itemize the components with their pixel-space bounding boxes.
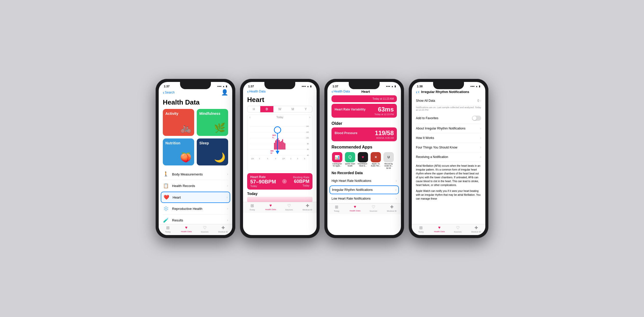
wifi-icon-4: ▲ (476, 85, 478, 88)
bp-date: 9/20/16, 9:35 AM (335, 137, 394, 139)
tab-sources-3[interactable]: ♡ Sources (364, 204, 383, 212)
tab-medical-id-3[interactable]: ✚ Medical ID (383, 204, 401, 212)
tile-nutrition[interactable]: Nutrition 🍑 (163, 138, 194, 165)
health-records-icon: 📋 (163, 183, 169, 189)
phone-4-screen: 1:38 ●●● ▲ ▮ ‹ Irregular Rhythm Notifica… (412, 82, 485, 235)
back-button-3[interactable]: Health Data (332, 89, 350, 94)
tile-activity[interactable]: Activity 🚲 (163, 109, 194, 136)
notch-2 (264, 82, 295, 89)
time-btn-h[interactable]: H (247, 106, 260, 112)
settings-list-2: Add to Favorites About Irregular Rhythm … (412, 113, 485, 162)
tile-mindfulness[interactable]: Mindfulness 🌿 (197, 109, 228, 136)
tiles-grid: Activity 🚲 Mindfulness 🌿 Nutrition 🍑 Sle… (159, 109, 232, 169)
notch-4 (433, 82, 464, 89)
tab-health-data-label-2: Health Data (265, 208, 276, 211)
settings-receiving[interactable]: Receiving a Notification › (416, 152, 481, 162)
phone-1: 1:37 ●●● ▲ ▮ Search 👤 Health Data Activi… (156, 79, 235, 238)
time-btn-d[interactable]: D (260, 106, 273, 112)
svg-rect-20 (274, 143, 275, 150)
menu-results[interactable]: 🧪 Results › (163, 215, 228, 224)
time-btn-m[interactable]: M (286, 106, 299, 112)
svg-text:3: 3 (290, 158, 291, 160)
tab-sources-2[interactable]: ♡ Sources (280, 203, 298, 211)
svg-text:9: 9 (304, 158, 305, 160)
svg-text:12A: 12A (251, 158, 254, 160)
low-hr-notification[interactable]: Low Heart Rate Notifications › (332, 194, 397, 203)
body-measurements-icon: 🚶 (163, 171, 169, 177)
tab-medical-id-4[interactable]: ✚ Medical ID (467, 225, 486, 233)
settings-about[interactable]: About Irregular Rhythm Notifications › (416, 124, 481, 133)
time-btn-y[interactable]: Y (299, 106, 312, 112)
tab-bar-4: ⊞ Today ♥ Health Data ♡ Sources ✚ Medica… (412, 224, 485, 235)
phone-4: 1:38 ●●● ▲ ▮ ‹ Irregular Rhythm Notifica… (409, 79, 488, 238)
tab-today-4[interactable]: ⊞ Today (412, 225, 430, 233)
favorites-toggle[interactable] (472, 116, 481, 121)
tab-today-2[interactable]: ⊞ Today (243, 203, 262, 211)
svg-text:12P: 12P (282, 158, 285, 160)
tab-health-data-2[interactable]: ♥ Health Data (262, 203, 280, 211)
app-heartwatch[interactable]: ♥ HeartWatch · Heart &... (357, 152, 369, 169)
tile-mindfulness-icon: 🌿 (214, 123, 226, 133)
chart-next[interactable]: › (309, 116, 310, 119)
irregular-rhythm-chevron: › (395, 188, 396, 192)
tab-health-data-3[interactable]: ♥ Health Data (346, 204, 364, 212)
menu-health-records[interactable]: 📋 Health Records › (163, 180, 228, 192)
cardiogram-name: Cardiogram for Apple... (332, 163, 343, 167)
svg-text:120: 120 (306, 131, 309, 133)
cardiogram-icon: 📊 (332, 152, 342, 162)
qardio-name: Qardio heart health (344, 163, 356, 167)
app-qardio[interactable]: Q Qardio heart health (344, 152, 356, 169)
back-button-4[interactable]: ‹ (416, 89, 419, 95)
svg-text:6: 6 (297, 158, 298, 160)
app-aaptiv[interactable]: ✕ Aaptiv: #1 Audio Fitn... (370, 152, 381, 169)
svg-rect-26 (281, 141, 282, 150)
signal-icon-4: ●●● (470, 85, 475, 88)
back-button-1[interactable]: Search (163, 90, 175, 95)
results-icon: 🧪 (163, 217, 169, 223)
tab-bar-2: ⊞ Today ♥ Health Data ♡ Sources ✚ Medica… (243, 202, 317, 213)
svg-text:140: 140 (306, 125, 309, 127)
chevron-icon: › (227, 172, 228, 176)
tab-sources-label-4: Sources (454, 231, 461, 233)
tab-today-3[interactable]: ⊞ Today (327, 204, 346, 212)
tab-medical-id-1[interactable]: ✚ Medical ID (214, 225, 232, 233)
tab-health-data-1[interactable]: ♥ Health Data (177, 225, 196, 233)
svg-rect-28 (283, 142, 284, 150)
tab-health-data-4[interactable]: ♥ Health Data (430, 225, 449, 233)
today-tab-icon-4: ⊞ (419, 225, 423, 230)
wifi-icon: ▲ (222, 85, 225, 88)
settings-how-it-works[interactable]: How It Works › (416, 133, 481, 143)
bp-value: 119/58 (375, 129, 394, 137)
chart-prev[interactable]: ‹ (249, 116, 250, 119)
status-icons-2: ●●● ▲ ▮ (302, 85, 311, 88)
high-hr-notification[interactable]: High Heart Rate Notifications › (332, 176, 397, 185)
back-button-2[interactable]: Health Data (247, 89, 265, 94)
svg-text:9...: 9... (272, 137, 275, 138)
tile-sleep[interactable]: Sleep 🌙 (197, 138, 228, 165)
tab-medical-id-2[interactable]: ✚ Medical ID (298, 203, 317, 211)
menu-heart[interactable]: ❤️ Heart › (161, 192, 230, 203)
svg-rect-22 (276, 139, 278, 150)
settings-show-all[interactable]: Show All Data 0 › (416, 96, 481, 106)
irregular-rhythm-notification[interactable]: Irregular Rhythm Notifications › (329, 185, 399, 194)
tab-sources-4[interactable]: ♡ Sources (449, 225, 467, 233)
settings-four-things[interactable]: Four Things You Should Know › (416, 143, 481, 152)
profile-icon[interactable]: 👤 (221, 89, 228, 96)
receiving-label: Receiving a Notification (416, 155, 448, 159)
time-btn-w[interactable]: W (273, 106, 286, 112)
time-3: 1:37 (333, 85, 338, 88)
tile-mindfulness-label: Mindfulness (199, 111, 226, 116)
menu-reproductive-health[interactable]: ❄️ Reproductive Health › (163, 203, 228, 215)
settings-favorites[interactable]: Add to Favorites (416, 113, 481, 124)
app-cardiogram[interactable]: 📊 Cardiogram for Apple... (332, 152, 343, 169)
tab-sources-1[interactable]: ♡ Sources (195, 225, 214, 233)
hrv-card: Heart Rate Variability 63ms Today at 12:… (332, 104, 397, 118)
phone-2-screen: 1:37 ●●● ▲ ▮ Health Data Heart H D W M Y (243, 82, 317, 235)
phone-3-screen: 1:37 ●●● ▲ ▮ Health Data Heart Today at … (327, 82, 401, 235)
tab-today-1[interactable]: ⊞ Today (159, 225, 177, 233)
app-record[interactable]: U Record by Under Ar...$2.99 (383, 152, 394, 169)
medical-id-tab-icon-2: ✚ (306, 203, 309, 208)
phone-3: 1:37 ●●● ▲ ▮ Health Data Heart Today at … (324, 79, 404, 238)
menu-body-measurements[interactable]: 🚶 Body Measurements › (163, 169, 228, 180)
time-4: 1:38 (417, 85, 423, 88)
